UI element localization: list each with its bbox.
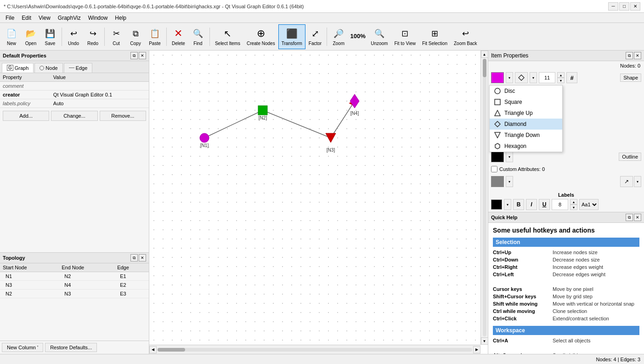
help-row: Shift+Cursor keys Move by grid step — [493, 293, 639, 300]
canvas-area[interactable]: ▲ ▼ [N1] [N2] [N3] — [149, 51, 488, 354]
topo-row[interactable]: N2 N3 E3 — [0, 290, 149, 298]
zoom-100-button[interactable]: 100% — [348, 24, 367, 49]
item-props-float-button[interactable]: ⧉ — [626, 52, 633, 59]
tab-edge[interactable]: Edge — [64, 63, 93, 73]
help-row: Alt+Cursor keys Scroll visible area — [493, 352, 639, 354]
custom-attrs-row: Custom Attributes: 0 — [488, 164, 644, 174]
transform-button[interactable]: ⬛ Transform — [278, 24, 305, 49]
labels-color-swatch[interactable] — [491, 199, 502, 210]
shape-option-diamond[interactable]: Diamond — [490, 119, 562, 130]
third-color-dropdown[interactable]: ▾ — [506, 176, 513, 187]
undo-label: Undo — [68, 41, 79, 46]
find-label: Find — [193, 41, 202, 46]
redo-button[interactable]: ↪ Redo — [83, 24, 102, 49]
factor-button[interactable]: ⤢ Factor — [305, 24, 325, 49]
menu-graphviz[interactable]: GraphViz — [54, 14, 85, 22]
change-button[interactable]: Change... — [51, 111, 97, 121]
remove-button[interactable]: Remove... — [100, 111, 146, 121]
delete-button[interactable]: ✕ Delete — [169, 24, 188, 49]
node-n3[interactable] — [326, 133, 336, 142]
fill-color-swatch[interactable] — [491, 72, 504, 83]
shape-option-square[interactable]: Square — [490, 97, 562, 108]
zoom-button[interactable]: 🔎 Zoom — [329, 24, 348, 49]
underline-button[interactable]: U — [539, 199, 550, 210]
shape-option-triangle-down[interactable]: Triangle Down — [490, 130, 562, 141]
shape-button[interactable]: Shape — [620, 74, 641, 82]
shape-option-triangle-up[interactable]: Triangle Up — [490, 108, 562, 119]
menu-window[interactable]: Window — [85, 14, 112, 22]
scroll-left-button[interactable]: ◀ — [149, 346, 157, 353]
tab-node[interactable]: Node — [34, 63, 62, 73]
new-column-button[interactable]: New Column ' — [2, 343, 43, 352]
menu-file[interactable]: File — [2, 14, 18, 22]
paste-button[interactable]: 📋 Paste — [145, 24, 164, 49]
tab-graph[interactable]: G Graph — [2, 63, 34, 73]
shape-dropdown-button[interactable]: ▾ — [530, 72, 537, 83]
menu-help[interactable]: Help — [111, 14, 130, 22]
close-button[interactable]: ✕ — [630, 2, 640, 11]
panel-close-button[interactable]: ✕ — [139, 52, 146, 59]
topo-row[interactable]: N1 N2 E1 — [0, 272, 149, 281]
save-button[interactable]: 💾 Save — [40, 24, 60, 49]
topo-row[interactable]: N3 N4 E2 — [0, 281, 149, 290]
font-family-select[interactable]: Aa1 — [579, 199, 599, 210]
line-style-dropdown[interactable]: ▾ — [634, 176, 641, 187]
outline-color-dropdown[interactable]: ▾ — [506, 151, 513, 162]
font-size-input[interactable] — [552, 199, 568, 210]
vertical-scrollbar[interactable]: ▲ ▼ — [480, 51, 488, 345]
panel-float-button[interactable]: ⧉ — [130, 52, 138, 59]
scroll-right-button[interactable]: ▶ — [473, 346, 480, 353]
fill-color-dropdown[interactable]: ▾ — [506, 72, 513, 83]
item-props-close-button[interactable]: ✕ — [634, 52, 641, 59]
minimize-button[interactable]: ─ — [608, 2, 618, 11]
size-input[interactable] — [539, 72, 555, 83]
third-color-swatch[interactable] — [491, 176, 504, 187]
maximize-button[interactable]: □ — [619, 2, 629, 11]
copy-button[interactable]: ⧉ Copy — [126, 24, 145, 49]
create-nodes-button[interactable]: ⊕ Create Nodes — [243, 24, 278, 49]
fit-to-view-button[interactable]: ⊡ Fit to View — [391, 24, 419, 49]
italic-button[interactable]: I — [526, 199, 537, 210]
cut-button[interactable]: ✂ Cut — [107, 24, 126, 49]
bold-button[interactable]: B — [513, 199, 524, 210]
undo-button[interactable]: ↩ Undo — [64, 24, 83, 49]
shape-option-disc[interactable]: Disc — [490, 85, 562, 97]
redo-icon: ↪ — [86, 27, 99, 40]
unzoom-button[interactable]: 🔍 Unzoom — [367, 24, 391, 49]
outline-color-swatch[interactable] — [491, 151, 504, 162]
restore-defaults-button[interactable]: Restore Defaults... — [45, 343, 97, 352]
node-n1[interactable] — [200, 133, 209, 142]
find-button[interactable]: 🔍 Find — [188, 24, 208, 49]
shape-option-hexagon[interactable]: Hexagon — [490, 141, 562, 152]
quick-help-close-button[interactable]: ✕ — [634, 214, 641, 221]
size-up-button[interactable]: ▲ — [557, 72, 565, 78]
quick-help-float-button[interactable]: ⧉ — [626, 214, 633, 221]
node-n2[interactable] — [258, 106, 267, 115]
line-style-button[interactable]: ↗ — [620, 176, 633, 187]
open-button[interactable]: 📂 Open — [21, 24, 40, 49]
zoom-back-button[interactable]: ↩ Zoom Back — [451, 24, 480, 49]
delete-icon: ✕ — [172, 27, 185, 40]
menu-edit[interactable]: Edit — [18, 14, 35, 22]
select-items-button[interactable]: ↖ Select Items — [212, 24, 243, 49]
labels-color-dropdown[interactable]: ▾ — [504, 199, 511, 210]
scroll-up-button[interactable]: ▲ — [481, 51, 488, 58]
new-button[interactable]: 📄 New — [2, 24, 21, 49]
cut-icon: ✂ — [110, 27, 123, 40]
hash-button[interactable]: # — [566, 72, 577, 83]
canvas-grid[interactable]: [N1] [N2] [N3] [N4] — [149, 51, 480, 345]
font-size-up-button[interactable]: ▲ — [570, 199, 577, 205]
outline-button[interactable]: Outline — [619, 153, 641, 161]
menu-view[interactable]: View — [35, 14, 54, 22]
font-size-down-button[interactable]: ▼ — [570, 205, 577, 210]
fit-selection-button[interactable]: ⊞ Fit Selection — [419, 24, 451, 49]
custom-attrs-checkbox[interactable] — [491, 166, 497, 172]
shape-selector[interactable] — [515, 72, 528, 83]
main-layout: Default Properties ⧉ ✕ G Graph Node Edge — [0, 51, 644, 354]
topology-float-button[interactable]: ⧉ — [130, 254, 138, 262]
topology-close-button[interactable]: ✕ — [139, 254, 146, 262]
add-button[interactable]: Add... — [3, 111, 49, 121]
labels-header: Labels — [491, 191, 641, 199]
size-down-button[interactable]: ▼ — [557, 78, 565, 83]
scroll-down-button[interactable]: ▼ — [481, 337, 488, 345]
